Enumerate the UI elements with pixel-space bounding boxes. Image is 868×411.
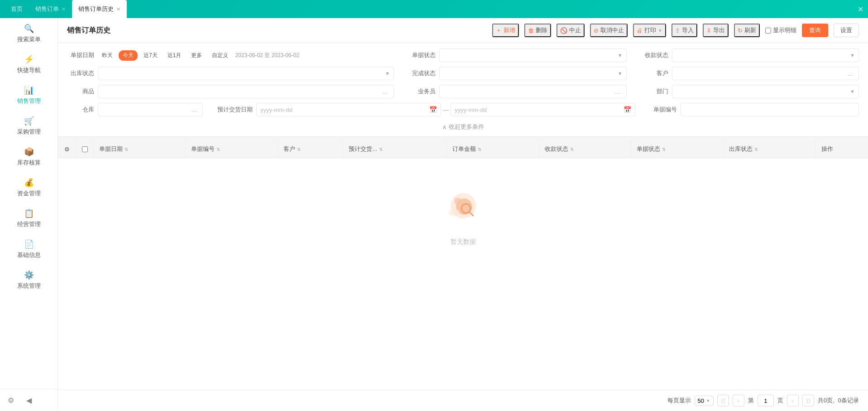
cancel-stop-button[interactable]: ⊘ 取消中止 xyxy=(590,24,628,37)
date-btn-more[interactable]: 更多 xyxy=(187,50,206,61)
sidebar-settings-btn[interactable]: ⚙ xyxy=(4,393,18,407)
refresh-label: 刷新 xyxy=(744,26,756,34)
collapse-row[interactable]: ∧ 收起更多条件 xyxy=(67,121,859,131)
print-button[interactable]: 🖨 打印 ▼ xyxy=(633,24,666,37)
tab-home[interactable]: 首页 xyxy=(5,0,29,18)
tab-sales-order[interactable]: 销售订单 ✕ xyxy=(29,0,72,18)
complete-status-label: 完成状态 xyxy=(408,69,436,77)
delete-icon: 🗑 xyxy=(528,27,534,34)
th-delivery: 预计交货... ⇅ xyxy=(343,140,447,158)
export-button[interactable]: ⇩ 导出 xyxy=(703,24,729,37)
warehouse-input[interactable]: … xyxy=(98,103,203,116)
th-receipt-status-sort-icon: ⇅ xyxy=(570,147,574,152)
sidebar-item-base-info[interactable]: 📄 基础信息 xyxy=(0,234,58,265)
show-detail-checkbox[interactable]: 显示明细 xyxy=(765,26,796,34)
refresh-button[interactable]: ↻ 刷新 xyxy=(734,24,760,37)
sidebar-item-inventory-label: 库存核算 xyxy=(17,159,41,167)
search-menu-icon: 🔍 xyxy=(24,24,34,34)
th-delivery-sort[interactable]: 预计交货... ⇅ xyxy=(349,145,441,153)
th-date-label: 单据日期 xyxy=(99,145,123,153)
stop-button[interactable]: 🚫 中止 xyxy=(556,24,585,37)
stop-icon: 🚫 xyxy=(560,27,567,34)
settings-icon[interactable]: ⚙ xyxy=(64,146,70,153)
delete-button[interactable]: 🗑 删除 xyxy=(524,24,551,37)
salesperson-input[interactable]: … xyxy=(439,85,626,98)
last-page-btn[interactable]: ⟩⟩ xyxy=(802,395,814,406)
complete-status-select[interactable]: ▼ xyxy=(439,67,626,80)
receipt-status-select[interactable]: ▼ xyxy=(672,48,859,62)
tab-sales-order-history-close[interactable]: ✕ xyxy=(116,6,120,12)
sidebar-item-ops[interactable]: 📋 经营管理 xyxy=(0,203,58,234)
show-detail-input[interactable] xyxy=(765,28,771,34)
th-outbound-status-sort[interactable]: 出库状态 ⇅ xyxy=(729,145,810,153)
empty-illustration xyxy=(441,185,486,231)
close-window-btn[interactable]: ✕ xyxy=(858,5,863,14)
bill-no-input[interactable] xyxy=(681,103,859,116)
show-detail-label: 显示明细 xyxy=(773,26,796,34)
bill-status-select[interactable]: ▼ xyxy=(439,48,626,62)
set-button[interactable]: 设置 xyxy=(834,24,859,37)
first-page-btn[interactable]: ⟨⟨ xyxy=(717,395,729,406)
th-date: 单据日期 ⇅ xyxy=(93,140,186,158)
customer-more-icon[interactable]: … xyxy=(845,70,855,77)
th-bill-status-sort-icon: ⇅ xyxy=(662,147,666,152)
import-button[interactable]: ⇪ 导入 xyxy=(671,24,697,37)
goods-label: 商品 xyxy=(67,87,94,96)
warehouse-more-icon[interactable]: … xyxy=(189,106,199,113)
sidebar-item-quick-nav[interactable]: ⚡ 快捷导航 xyxy=(0,49,58,80)
query-button[interactable]: 查询 xyxy=(802,24,828,37)
print-label: 打印 xyxy=(644,26,656,34)
date-btn-custom[interactable]: 自定义 xyxy=(208,50,232,61)
goods-input[interactable]: … xyxy=(98,85,394,98)
new-button[interactable]: ＋ 新增 xyxy=(492,24,519,37)
topbar: 首页 销售订单 ✕ 销售订单历史 ✕ ✕ xyxy=(0,0,868,18)
next-page-btn[interactable]: › xyxy=(787,395,799,406)
th-setting[interactable]: ⚙ xyxy=(58,140,76,158)
date-btn-today[interactable]: 今天 xyxy=(119,50,138,61)
th-receipt-status-sort[interactable]: 收款状态 ⇅ xyxy=(545,145,626,153)
sidebar-item-inventory[interactable]: 📦 库存核算 xyxy=(0,141,58,172)
tab-sales-order-history-label: 销售订单历史 xyxy=(78,5,114,13)
sidebar-item-sys-mgmt[interactable]: ⚙️ 系统管理 xyxy=(0,265,58,295)
sidebar-collapse-btn[interactable]: ◀ xyxy=(22,393,36,407)
filter-receipt-status: 收款状态 ▼ xyxy=(641,48,859,62)
export-icon: ⇩ xyxy=(706,27,711,34)
salesperson-more-icon[interactable]: … xyxy=(613,88,623,95)
dept-select[interactable]: ▼ xyxy=(672,85,859,98)
outbound-status-select[interactable]: ▼ xyxy=(98,67,394,80)
new-label: 新增 xyxy=(504,26,515,34)
th-amount-sort[interactable]: 订单金额 ⇅ xyxy=(452,145,533,153)
th-amount-sort-icon: ⇅ xyxy=(478,147,481,152)
date-control: 昨天 今天 近7天 近1月 更多 自定义 2023-06-02 至 2023-0… xyxy=(98,50,394,61)
receipt-status-label: 收款状态 xyxy=(641,51,668,59)
date-btn-yesterday[interactable]: 昨天 xyxy=(98,50,117,61)
filter-delivery-date: 预计交货日期 yyyy-mm-dd 📅 — yyyy-mm-dd 📅 xyxy=(217,103,635,116)
th-date-sort[interactable]: 单据日期 ⇅ xyxy=(99,145,180,153)
th-bill-status-sort[interactable]: 单据状态 ⇅ xyxy=(637,145,718,153)
import-icon: ⇪ xyxy=(675,27,680,34)
sidebar-item-finance[interactable]: 💰 资金管理 xyxy=(0,172,58,203)
header-checkbox[interactable] xyxy=(82,146,88,152)
delivery-date-to[interactable]: yyyy-mm-dd 📅 xyxy=(451,103,635,116)
receipt-status-arrow-icon: ▼ xyxy=(850,53,855,58)
date-btn-1month[interactable]: 近1月 xyxy=(163,50,186,61)
th-outbound-status-label: 出库状态 xyxy=(729,145,753,153)
page-input[interactable] xyxy=(758,395,774,406)
th-bill-no-sort[interactable]: 单据编号 ⇅ xyxy=(191,145,272,153)
tab-sales-order-history[interactable]: 销售订单历史 ✕ xyxy=(72,0,127,18)
sidebar-item-ops-label: 经营管理 xyxy=(17,220,41,228)
calendar-to-icon: 📅 xyxy=(623,106,631,113)
date-btn-7days[interactable]: 近7天 xyxy=(139,50,162,61)
sidebar-item-sales-mgmt[interactable]: 📊 销售管理 xyxy=(0,80,58,111)
delivery-date-from[interactable]: yyyy-mm-dd 📅 xyxy=(256,103,441,116)
sidebar-item-search-menu[interactable]: 🔍 搜索菜单 xyxy=(0,18,58,49)
customer-input[interactable]: … xyxy=(672,67,859,80)
goods-more-icon[interactable]: … xyxy=(380,88,390,95)
prev-page-btn[interactable]: ‹ xyxy=(733,395,744,406)
th-customer-sort[interactable]: 客户 ⇅ xyxy=(283,145,337,153)
th-checkbox[interactable] xyxy=(76,140,93,158)
tab-home-label: 首页 xyxy=(11,5,23,13)
tab-sales-order-close[interactable]: ✕ xyxy=(62,6,66,12)
sidebar-item-purchase-mgmt[interactable]: 🛒 采购管理 xyxy=(0,111,58,141)
per-page-select[interactable]: 50 ▼ xyxy=(695,396,714,406)
